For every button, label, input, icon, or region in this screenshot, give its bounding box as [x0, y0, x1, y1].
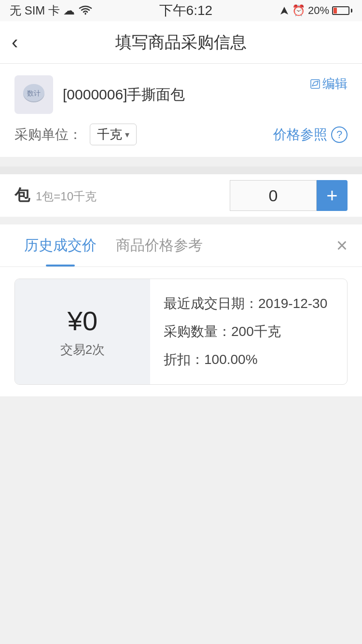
discount-label: 折扣：	[164, 352, 204, 367]
quantity-label: 包 1包=10千克	[14, 185, 97, 206]
status-time: 下午6:12	[159, 1, 213, 20]
close-button[interactable]: ×	[336, 235, 348, 256]
quantity-value: 0	[269, 186, 278, 205]
price-ref-label: 价格参照	[273, 126, 327, 144]
discount-value: 100.00%	[204, 352, 258, 367]
qty-main-label: 包	[14, 185, 30, 206]
location-icon	[279, 6, 289, 15]
purchase-qty-label: 采购数量：	[164, 324, 231, 339]
edit-icon	[310, 79, 320, 89]
card-trade-count: 交易2次	[60, 341, 105, 358]
section-divider	[0, 167, 362, 174]
edit-label: 编辑	[322, 75, 348, 92]
quantity-plus-button[interactable]: +	[317, 180, 348, 211]
unit-select[interactable]: 千克 ▾	[90, 124, 137, 145]
last-date-label: 最近成交日期：	[164, 296, 258, 311]
price-ref-icon: ?	[331, 126, 348, 143]
discount-row: 折扣：100.00%	[164, 350, 334, 370]
quantity-control: 0 +	[230, 180, 348, 211]
product-left: 数计 [0000006]手撕面包	[14, 75, 185, 114]
product-header: 数计 [0000006]手撕面包 编辑	[14, 75, 348, 114]
battery-indicator	[332, 6, 352, 15]
last-date-value: 2019-12-30	[258, 296, 327, 311]
tab-header: 历史成交价 商品价格参考 ×	[0, 224, 362, 267]
product-section: 数计 [0000006]手撕面包 编辑 采购单位： 千克 ▾ 价格参照 ?	[0, 64, 362, 157]
price-ref-button[interactable]: 价格参照 ?	[273, 126, 348, 144]
tab-history-label: 历史成交价	[24, 236, 97, 255]
card-price: ¥0	[68, 305, 97, 336]
card-left: ¥0 交易2次	[15, 279, 150, 384]
product-name: [0000006]手撕面包	[63, 85, 185, 105]
price-info-card: ¥0 交易2次 最近成交日期：2019-12-30 采购数量：200千克 折扣：…	[14, 279, 348, 385]
purchase-qty-value: 200千克	[231, 324, 281, 339]
unit-label: 采购单位：	[14, 126, 82, 144]
product-thumbnail: 数计	[14, 75, 53, 114]
last-date-row: 最近成交日期：2019-12-30	[164, 294, 334, 314]
status-bar: 无 SIM 卡 ☁ 下午6:12 ⏰ 20%	[0, 0, 362, 21]
product-image: 数计	[19, 80, 48, 109]
tab-history-price[interactable]: 历史成交价	[14, 224, 106, 266]
wifi-icon	[79, 5, 92, 16]
unit-value: 千克	[97, 126, 122, 143]
tab-product-price[interactable]: 商品价格参考	[106, 224, 212, 266]
svg-text:数计: 数计	[27, 89, 41, 97]
battery-percent: 20%	[308, 4, 329, 17]
purchase-qty-row: 采购数量：200千克	[164, 322, 334, 342]
qty-sub-label: 1包=10千克	[36, 189, 97, 204]
chevron-down-icon: ▾	[125, 129, 129, 140]
back-button[interactable]: ‹	[12, 31, 18, 53]
edit-button[interactable]: 编辑	[310, 75, 348, 92]
status-right: ⏰ 20%	[279, 4, 352, 17]
page-title: 填写商品采购信息	[115, 31, 247, 54]
nav-bar: ‹ 填写商品采购信息	[0, 21, 362, 64]
sim-status: 无 SIM 卡 ☁	[10, 3, 75, 18]
card-right: 最近成交日期：2019-12-30 采购数量：200千克 折扣：100.00%	[150, 279, 347, 384]
product-unit-row: 采购单位： 千克 ▾ 价格参照 ?	[14, 124, 348, 145]
alarm-icon: ⏰	[292, 4, 305, 17]
quantity-input[interactable]: 0	[230, 180, 317, 211]
quantity-row: 包 1包=10千克 0 +	[0, 174, 362, 217]
card-container: ¥0 交易2次 最近成交日期：2019-12-30 采购数量：200千克 折扣：…	[0, 267, 362, 396]
page-background	[0, 396, 362, 644]
tab-panel: 历史成交价 商品价格参考 × ¥0 交易2次 最近成交日期：2019-12-30…	[0, 224, 362, 396]
status-left: 无 SIM 卡 ☁	[10, 3, 92, 18]
tab-product-label: 商品价格参考	[116, 236, 203, 255]
product-info: [0000006]手撕面包	[63, 85, 185, 105]
